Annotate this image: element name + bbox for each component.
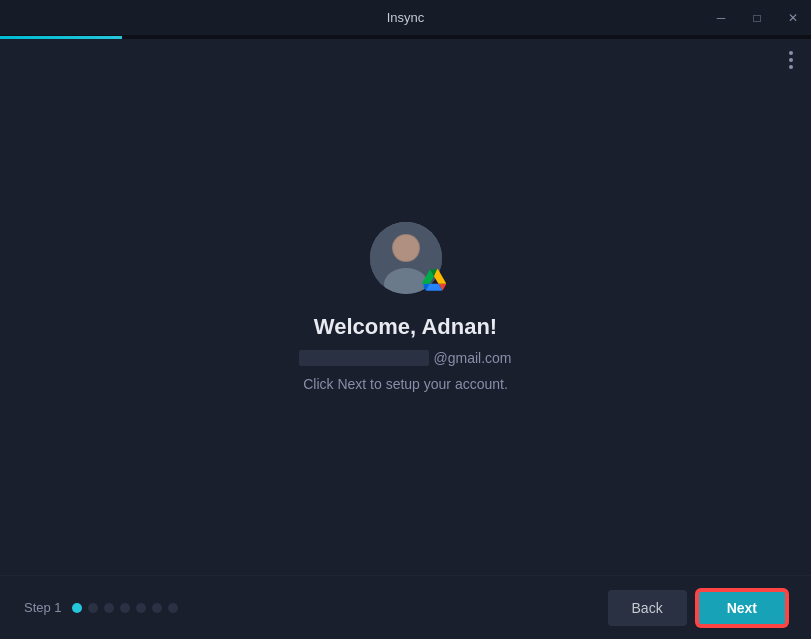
avatar-container: [370, 222, 442, 294]
email-redacted: [299, 350, 429, 366]
title-bar: Insync ─ □ ✕: [0, 0, 811, 36]
next-button[interactable]: Next: [697, 590, 787, 626]
welcome-heading: Welcome, Adnan!: [314, 314, 497, 340]
footer: Step 1 Back Next: [0, 575, 811, 639]
step-dot-5: [136, 603, 146, 613]
step-dot-1: [72, 603, 82, 613]
google-drive-badge: [422, 268, 446, 296]
step-dot-7: [168, 603, 178, 613]
step-dot-6: [152, 603, 162, 613]
close-button[interactable]: ✕: [775, 0, 811, 36]
window-controls: ─ □ ✕: [703, 0, 811, 35]
step-dot-2: [88, 603, 98, 613]
step-dot-3: [104, 603, 114, 613]
step-label: Step 1: [24, 600, 62, 615]
back-button[interactable]: Back: [608, 590, 687, 626]
main-content: Welcome, Adnan! @gmail.com Click Next to…: [0, 39, 811, 575]
email-suffix: @gmail.com: [433, 350, 511, 366]
maximize-button[interactable]: □: [739, 0, 775, 36]
step-dots: [72, 603, 178, 613]
step-dot-4: [120, 603, 130, 613]
window-title: Insync: [387, 10, 425, 25]
step-indicator: Step 1: [24, 600, 178, 615]
email-row: @gmail.com: [299, 350, 511, 366]
svg-point-3: [393, 235, 419, 261]
minimize-button[interactable]: ─: [703, 0, 739, 36]
instruction-text: Click Next to setup your account.: [303, 376, 508, 392]
footer-buttons: Back Next: [608, 590, 787, 626]
